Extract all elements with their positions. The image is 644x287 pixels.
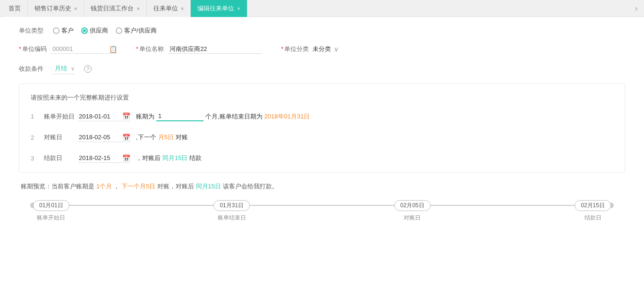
payment-term-select[interactable]: 月结 ∨ [53,63,75,74]
preview-part1: 1个月 [96,183,112,190]
row-1-calendar-icon[interactable]: 📅 [122,112,130,120]
tab-edit-contact-label: 编辑往来单位 [197,4,234,13]
unit-category-arrow[interactable]: ∨ [334,45,339,53]
timeline: 01月01日 账单开始日 01月31日 账单结束日 02月05日 对账日 02月… [19,200,625,222]
row-3-calendar-icon[interactable]: 📅 [122,154,130,162]
unit-type-radio-group: 客户 供应商 客户/供应商 [53,26,157,35]
payment-term-row: 收款条件 月结 ∨ ? [19,63,625,74]
tab-home[interactable]: 首页 [2,0,28,17]
unit-code-required: * [19,45,21,52]
unit-category-label: *单位分类 [281,45,309,53]
unit-name-group: *单位名称 [136,44,262,54]
timeline-node-3: 02月15日 结款日 [575,200,611,222]
row-1-date[interactable] [78,112,120,121]
row-2-num: 2 [31,134,38,141]
row-2-desc: ,下一个 月5日 对账 [136,133,188,142]
timeline-nodes: 01月01日 账单开始日 01月31日 账单结束日 02月05日 对账日 02月… [33,200,611,222]
unit-category-value: 未分类 [313,45,331,53]
row-3-num: 3 [31,155,38,162]
node-0-label: 01月01日 [33,200,69,211]
row-2-highlight-day: 月5日 [158,133,174,142]
unit-code-group: *单位编码 📋 [19,44,117,54]
unit-name-label: *单位名称 [136,45,164,53]
period-input[interactable] [156,111,203,121]
unit-type-row: 单位类型 客户 供应商 客户/供应商 [19,26,625,35]
row-3-highlight-day: 同月15日 [162,154,187,162]
tab-more-button[interactable]: › [630,4,642,13]
tabs-bar: 首页 销售订单历史 × 钱货日清工作台 × 往来单位 × 编辑往来单位 × › [0,0,644,17]
row-2-calendar-icon[interactable]: 📅 [122,134,130,141]
preview-part3: 下一个月5日 [121,183,155,190]
radio-supplier[interactable]: 供应商 [81,26,108,35]
tab-home-label: 首页 [8,4,21,13]
preview-part6: 该客户会给我打款。 [223,183,278,190]
row-3-label: 结款日 [44,154,72,162]
row-3-desc: ，对账后 同月15日 结款 [136,154,202,162]
row-2-date[interactable] [78,133,120,142]
tab-daily-work-label: 钱货日清工作台 [91,4,134,13]
settings-row-3: 3 结款日 📅 ，对账后 同月15日 结款 [31,153,613,163]
unit-category-group: *单位分类 未分类 ∨ [281,45,339,53]
tab-daily-work[interactable]: 钱货日清工作台 × [84,0,146,17]
preview-part2: ， [113,183,119,190]
node-3-label: 02月15日 [575,200,611,211]
row-3-date[interactable] [78,153,120,162]
unit-type-label: 单位类型 [19,26,43,35]
row-1-highlight-date: 2018年01月31日 [264,112,310,121]
radio-customer[interactable]: 客户 [53,26,74,35]
row-1-desc-suffix: 个月,账单结束日期为 [205,112,263,121]
row-3-desc-suffix: 结款 [189,154,202,162]
unit-category-dropdown[interactable]: 未分类 ∨ [313,45,339,53]
settings-row-1: 1 账单开始日 📅 账期为 个月,账单结束日期为 2018年01月31日 [31,111,613,121]
tab-edit-contact-close[interactable]: × [237,6,240,11]
unit-code-field[interactable]: 📋 [51,44,117,54]
row-1-desc: 账期为 个月,账单结束日期为 2018年01月31日 [136,111,310,121]
radio-supplier-circle [81,27,88,34]
radio-both[interactable]: 客户/供应商 [116,26,157,35]
tab-contacts[interactable]: 往来单位 × [147,0,191,17]
payment-term-arrow[interactable]: ∨ [71,66,75,72]
tab-sales-history[interactable]: 销售订单历史 × [28,0,84,17]
preview-part4: 对账，对账后 [157,183,194,190]
row-1-label: 账单开始日 [44,112,72,121]
settings-row-2: 2 对账日 📅 ,下一个 月5日 对账 [31,133,613,142]
row-1-num: 1 [31,113,38,120]
preview-section: 账期预览：当前客户账期是 1个月 ， 下一个月5日 对账，对账后 同月15日 该… [19,182,625,191]
tab-contacts-label: 往来单位 [153,4,178,13]
main-content: 单位类型 客户 供应商 客户/供应商 *单位编码 📋 [0,17,644,287]
node-0-desc: 账单开始日 [37,214,65,222]
unit-code-icon[interactable]: 📋 [109,45,117,53]
unit-code-label: *单位编码 [19,45,47,53]
unit-name-required: * [136,45,138,52]
payment-term-label: 收款条件 [19,65,43,73]
node-1-label: 01月31日 [213,200,250,211]
tab-sales-history-close[interactable]: × [74,6,77,11]
radio-supplier-label: 供应商 [90,26,108,35]
timeline-node-0: 01月01日 账单开始日 [33,200,69,222]
radio-both-circle [116,27,122,34]
node-1-desc: 账单结束日 [218,214,246,222]
node-2-label: 02月05日 [394,200,431,211]
radio-customer-circle [53,27,59,34]
tab-sales-history-label: 销售订单历史 [34,4,71,13]
radio-customer-label: 客户 [61,26,74,35]
row-2-date-input[interactable]: 📅 [78,133,130,142]
help-icon[interactable]: ? [84,65,92,73]
row-2-desc-prefix: ,下一个 [136,133,156,142]
unit-code-input[interactable] [51,44,107,53]
settings-box: 请按照未来的一个完整帐期进行设置 1 账单开始日 📅 账期为 个月,账单结束日期… [19,84,625,173]
row-3-date-input[interactable]: 📅 [78,153,130,163]
tab-contacts-close[interactable]: × [181,6,184,11]
tab-edit-contact[interactable]: 编辑往来单位 × [191,0,247,17]
preview-label: 账期预览：当前客户账期是 [21,183,94,190]
unit-name-input[interactable] [168,44,262,54]
timeline-node-2: 02月05日 对账日 [394,200,431,222]
unit-category-required: * [281,45,283,52]
radio-both-label: 客户/供应商 [124,26,157,35]
row-2-label: 对账日 [44,133,72,142]
row-2-desc-suffix: 对账 [176,133,188,142]
tab-daily-work-close[interactable]: × [136,6,139,11]
row-1-date-input[interactable]: 📅 [78,112,130,121]
row-3-desc-prefix: ，对账后 [136,154,161,162]
node-3-desc: 结款日 [585,214,602,222]
